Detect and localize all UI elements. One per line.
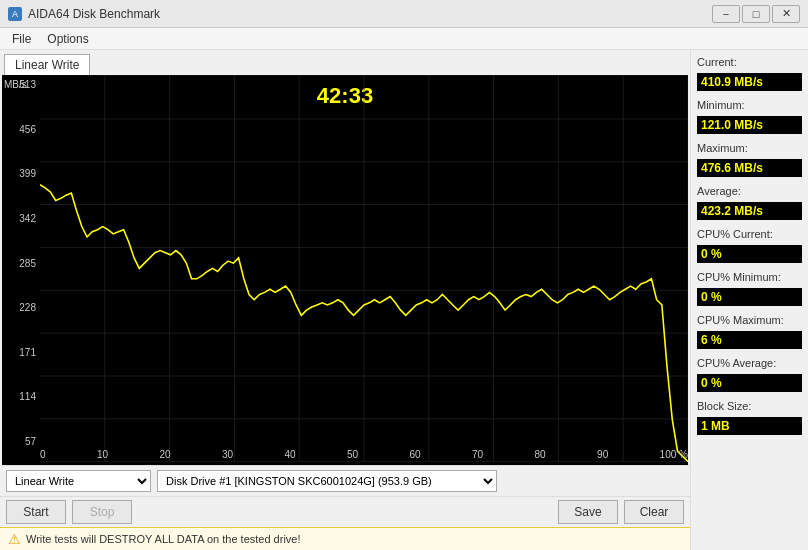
warning-text: Write tests will DESTROY ALL DATA on the…	[26, 533, 301, 545]
cpu-current-value: 0 %	[697, 245, 802, 263]
close-button[interactable]: ✕	[772, 5, 800, 23]
block-size-value: 1 MB	[697, 417, 802, 435]
x-axis: 0 10 20 30 40 50 60 70 80 90 100 %	[40, 447, 688, 465]
y-label-6: 399	[4, 169, 36, 179]
x-label-10: 10	[97, 449, 108, 465]
chart-svg	[40, 75, 688, 462]
menu-bar: File Options	[0, 28, 808, 50]
controls-bar: Linear Write Linear Read Random Write Ra…	[0, 465, 690, 496]
x-label-100: 100 %	[660, 449, 688, 465]
x-label-40: 40	[285, 449, 296, 465]
cpu-maximum-label: CPU% Maximum:	[697, 314, 802, 326]
x-label-60: 60	[410, 449, 421, 465]
x-label-30: 30	[222, 449, 233, 465]
main-content: Linear Write MB/s 42:33 57 114 171 228 2…	[0, 50, 808, 550]
cpu-average-label: CPU% Average:	[697, 357, 802, 369]
y-label-3: 228	[4, 303, 36, 313]
chart-area: MB/s 42:33 57 114 171 228 285 342 399 45…	[2, 75, 688, 465]
average-value: 423.2 MB/s	[697, 202, 802, 220]
maximum-label: Maximum:	[697, 142, 802, 154]
left-panel: Linear Write MB/s 42:33 57 114 171 228 2…	[0, 50, 690, 550]
minimum-value: 121.0 MB/s	[697, 116, 802, 134]
current-label: Current:	[697, 56, 802, 68]
action-bar: Start Stop Save Clear	[0, 496, 690, 527]
window-title: AIDA64 Disk Benchmark	[28, 7, 160, 21]
maximize-button[interactable]: □	[742, 5, 770, 23]
x-label-0: 0	[40, 449, 46, 465]
block-size-label: Block Size:	[697, 400, 802, 412]
menu-options[interactable]: Options	[39, 30, 96, 48]
y-axis: 57 114 171 228 285 342 399 456 513	[2, 75, 40, 465]
save-button[interactable]: Save	[558, 500, 618, 524]
test-type-dropdown[interactable]: Linear Write Linear Read Random Write Ra…	[6, 470, 151, 492]
x-label-70: 70	[472, 449, 483, 465]
warning-icon: ⚠	[8, 531, 21, 547]
minimize-button[interactable]: −	[712, 5, 740, 23]
y-label-8: 513	[4, 80, 36, 90]
y-label-7: 456	[4, 125, 36, 135]
menu-file[interactable]: File	[4, 30, 39, 48]
cpu-minimum-label: CPU% Minimum:	[697, 271, 802, 283]
stop-button[interactable]: Stop	[72, 500, 132, 524]
y-label-0: 57	[4, 437, 36, 447]
clear-button[interactable]: Clear	[624, 500, 684, 524]
y-label-5: 342	[4, 214, 36, 224]
tab-bar: Linear Write	[0, 50, 690, 75]
cpu-current-label: CPU% Current:	[697, 228, 802, 240]
warning-bar: ⚠ Write tests will DESTROY ALL DATA on t…	[0, 527, 690, 550]
y-label-2: 171	[4, 348, 36, 358]
maximum-value: 476.6 MB/s	[697, 159, 802, 177]
x-label-50: 50	[347, 449, 358, 465]
x-label-80: 80	[535, 449, 546, 465]
x-label-90: 90	[597, 449, 608, 465]
app-icon: A	[8, 7, 22, 21]
cpu-maximum-value: 6 %	[697, 331, 802, 349]
minimum-label: Minimum:	[697, 99, 802, 111]
title-bar: A AIDA64 Disk Benchmark − □ ✕	[0, 0, 808, 28]
average-label: Average:	[697, 185, 802, 197]
cpu-average-value: 0 %	[697, 374, 802, 392]
tab-linear-write[interactable]: Linear Write	[4, 54, 90, 75]
start-button[interactable]: Start	[6, 500, 66, 524]
drive-dropdown[interactable]: Disk Drive #1 [KINGSTON SKC6001024G] (95…	[157, 470, 497, 492]
y-label-4: 285	[4, 259, 36, 269]
cpu-minimum-value: 0 %	[697, 288, 802, 306]
right-panel: Current: 410.9 MB/s Minimum: 121.0 MB/s …	[690, 50, 808, 550]
current-value: 410.9 MB/s	[697, 73, 802, 91]
x-label-20: 20	[159, 449, 170, 465]
y-label-1: 114	[4, 392, 36, 402]
